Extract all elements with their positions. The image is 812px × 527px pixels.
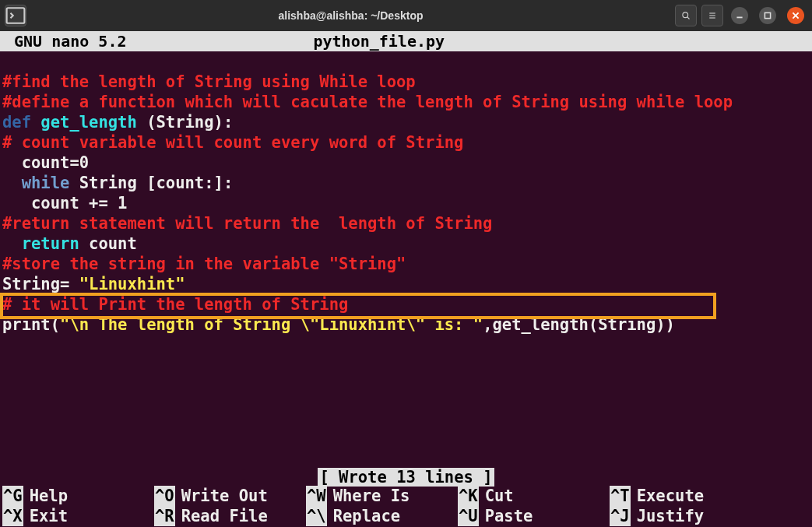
shortcut-writeout[interactable]: ^OWrite Out [154,486,306,506]
code-text: count [79,234,137,253]
shortcut-row-2: ^XExit ^RRead File ^\Replace ^UPaste ^JJ… [2,506,810,526]
code-keyword-return: return [2,234,79,253]
window-titlebar: alishba@alishba: ~/Desktop [0,0,812,31]
code-text: (String): [146,113,233,132]
code-comment: #define a function which will caculate t… [2,93,733,111]
nano-filename: python_file.py [314,32,445,51]
new-tab-button[interactable] [5,5,26,26]
code-fn-name: get_length [31,113,146,132]
code-comment: #find the length of String using While l… [2,72,416,91]
close-button[interactable] [787,7,804,24]
nano-shortcut-bar: ^GHelp ^OWrite Out ^WWhere Is ^KCut ^TEx… [0,486,812,527]
shortcut-exit[interactable]: ^XExit [2,506,154,526]
nano-status-text: [ Wrote 13 lines ] [318,468,494,487]
code-text: String= [2,275,79,293]
maximize-icon [763,11,772,20]
shortcut-help[interactable]: ^GHelp [2,486,154,506]
maximize-button[interactable] [759,7,776,24]
nano-status: [ Wrote 13 lines ] [0,468,812,487]
shortcut-replace[interactable]: ^\Replace [306,506,458,526]
menu-button[interactable] [701,5,723,26]
window-title: alishba@alishba: ~/Desktop [31,9,670,22]
code-text: print( [2,315,60,334]
shortcut-justify[interactable]: ^JJustify [610,506,761,526]
minimize-button[interactable] [731,7,748,24]
code-keyword-def: def [2,113,31,132]
code-text: count += 1 [2,194,127,213]
shortcut-row-1: ^GHelp ^OWrite Out ^WWhere Is ^KCut ^TEx… [2,486,810,506]
search-icon [681,11,691,20]
code-text: String [count:]: [69,174,233,192]
shortcut-readfile[interactable]: ^RRead File [154,506,306,526]
code-string: "Linuxhint" [79,275,185,293]
shortcut-whereis[interactable]: ^WWhere Is [306,486,458,506]
terminal-icon [5,5,26,26]
code-text: ,get_length(String)) [483,315,675,334]
svg-rect-0 [7,8,25,23]
code-keyword-while: while [2,174,69,192]
code-comment: #return statement will return the length… [2,214,492,233]
shortcut-execute[interactable]: ^TExecute [610,486,761,506]
hamburger-icon [708,11,717,20]
svg-rect-7 [765,12,770,18]
shortcut-paste[interactable]: ^UPaste [458,506,610,526]
svg-point-1 [683,12,688,18]
code-text: count=0 [2,153,89,172]
close-icon [791,11,800,20]
search-button[interactable] [675,5,697,26]
svg-line-2 [687,17,690,19]
code-comment: # it will Print the length of String [2,295,348,314]
code-string: "\n The length of String \"Linuxhint\" i… [60,315,483,334]
nano-app-label: GNU nano 5.2 [14,32,127,51]
minimize-icon [735,11,744,20]
editor-content[interactable]: #find the length of String using While l… [0,51,812,355]
code-comment: # count variable will count every word o… [2,133,463,152]
nano-header: GNU nano 5.2 python_file.py [0,31,812,51]
shortcut-cut[interactable]: ^KCut [458,486,610,506]
code-comment: #store the string in the variable "Strin… [2,255,406,273]
